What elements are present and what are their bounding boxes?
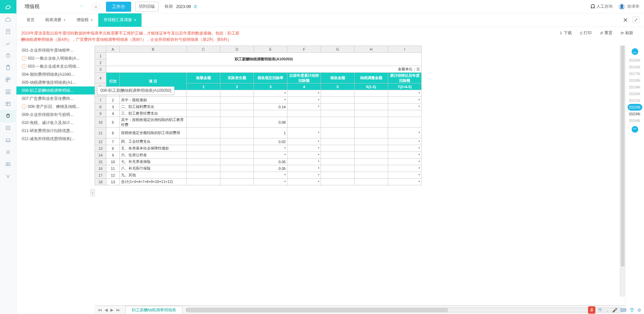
nav-inbox-icon[interactable] (0, 134, 16, 146)
nav-settings-icon[interactable] (0, 146, 16, 158)
cell[interactable] (321, 165, 355, 172)
consult-link[interactable]: 🎧 人工咨询 (590, 4, 612, 9)
year-item[interactable]: 2023年 (628, 111, 642, 117)
cell[interactable] (355, 110, 388, 117)
spreadsheet-grid[interactable]: ABCDEFGHI1职工薪酬纳税调整明细表(A105050)23金额单位：元4行… (95, 46, 422, 185)
ime-logo[interactable]: S (588, 306, 595, 314)
cell[interactable] (187, 152, 220, 159)
row-header[interactable]: 13 (95, 145, 106, 152)
col-header[interactable]: B (120, 46, 187, 53)
col-header[interactable]: D (220, 46, 254, 53)
worksheet-item[interactable]: 009-企业所得税弥补亏损明... (16, 111, 95, 119)
cell[interactable] (187, 159, 220, 165)
row-num[interactable]: 7 (106, 138, 120, 145)
nav-archive-icon[interactable] (0, 122, 16, 134)
cell[interactable] (187, 138, 220, 145)
nav-grid-icon[interactable] (0, 74, 16, 86)
row-header[interactable]: 12 (95, 138, 106, 145)
nav-clipboard-icon[interactable] (0, 62, 16, 74)
hdr[interactable]: 4 (287, 83, 321, 90)
cell[interactable]: * (388, 172, 422, 179)
nav-tax-icon[interactable] (0, 110, 16, 122)
user-menu[interactable]: 👤徐泽华 (619, 3, 639, 10)
nav-chart-icon[interactable] (0, 38, 16, 50)
row-label[interactable]: 九、其他 (120, 172, 187, 179)
col-header[interactable]: F (287, 46, 321, 53)
cell[interactable]: * (254, 152, 287, 159)
row-label[interactable]: 七、补充养老保险 (120, 159, 187, 165)
cell[interactable] (355, 145, 388, 152)
row-num[interactable]: 4 (106, 110, 120, 117)
cell[interactable]: * (388, 165, 422, 172)
row-label[interactable]: 三、职工教育经费支出 (120, 110, 187, 117)
row-label[interactable]: 合计(1+3+4+7+8+9+10+11+12) (120, 179, 187, 185)
cell[interactable] (321, 97, 355, 104)
cell[interactable] (220, 145, 254, 152)
row-num[interactable]: 10 (106, 159, 120, 165)
cell[interactable] (355, 128, 388, 138)
row-header[interactable]: 1 (95, 53, 106, 59)
cell[interactable] (321, 90, 355, 97)
sheet-tab[interactable]: 职工薪酬纳税调整明细表 (125, 306, 182, 314)
hdr[interactable]: 账载金额 (187, 73, 220, 83)
cell[interactable] (355, 152, 388, 159)
worksheet-item[interactable]: 010-免税、减计收入及加计... (16, 119, 95, 127)
close-icon[interactable]: × (134, 18, 136, 22)
vertical-scrollbar[interactable] (620, 46, 625, 297)
row-header[interactable]: 10 (95, 117, 106, 128)
worksheet-item[interactable]: 001-企业所得税年度纳税申... (16, 46, 95, 54)
logo[interactable] (0, 0, 16, 13)
hdr[interactable]: 6(1-5) (355, 83, 388, 90)
row-num[interactable]: 5 (106, 117, 120, 128)
tab-income[interactable]: 所得税汇算清缴× (98, 13, 142, 27)
row-num[interactable]: 8 (106, 145, 120, 152)
cell[interactable] (187, 90, 220, 97)
download-button[interactable]: ⇩下载 (559, 30, 572, 36)
cell[interactable]: * (287, 138, 321, 145)
hdr[interactable]: 2 (220, 83, 254, 90)
cell[interactable] (321, 172, 355, 179)
cell[interactable]: * (388, 145, 422, 152)
cell[interactable]: * (254, 145, 287, 152)
row-label[interactable]: 二、职工福利费支出 (120, 104, 187, 110)
horizontal-scrollbar[interactable]: ⁞ (186, 308, 622, 312)
cell[interactable] (254, 110, 287, 117)
hdr[interactable]: 实际发生额 (220, 73, 254, 83)
row-label[interactable]: 六、住房公积金 (120, 152, 187, 159)
hdr[interactable]: 以前年度累计结转扣除额 (287, 73, 321, 83)
cell[interactable]: * (254, 90, 287, 97)
close-all-icon[interactable]: ✕ (623, 16, 628, 24)
close-icon[interactable]: × (63, 18, 66, 22)
cell[interactable] (220, 179, 254, 185)
col-header[interactable]: H (355, 46, 388, 53)
ime-mic-icon[interactable]: 🎤 (612, 308, 618, 313)
row-header[interactable]: 9 (95, 110, 106, 117)
col-header[interactable]: A (106, 46, 120, 53)
cell[interactable] (355, 90, 388, 97)
cell[interactable] (355, 97, 388, 104)
nav-video-icon[interactable] (0, 158, 16, 170)
cell[interactable]: * (287, 145, 321, 152)
cell[interactable]: * (287, 172, 321, 179)
nav-yuan-icon[interactable] (0, 86, 16, 98)
hdr[interactable]: 纳税调整金额 (355, 73, 388, 83)
period-value[interactable]: 2023-09 (176, 4, 191, 9)
row-num[interactable]: 11 (106, 165, 120, 172)
cell[interactable]: * (388, 104, 422, 110)
worksheet-item[interactable]: 011-研发费用加计扣除优惠... (16, 127, 95, 135)
cell[interactable]: * (287, 152, 321, 159)
calendar-icon[interactable]: 🗓 (194, 4, 198, 9)
cell[interactable]: * (388, 90, 422, 97)
row-header[interactable]: 11 (95, 128, 106, 138)
worksheet-item[interactable]: !003-一般企业成本支出明细... (16, 62, 95, 70)
col-header[interactable]: G (321, 46, 355, 53)
nav-v-icon[interactable] (0, 170, 16, 182)
cell[interactable] (187, 172, 220, 179)
cell[interactable] (355, 104, 388, 110)
cell[interactable]: * (287, 90, 321, 97)
cell[interactable] (355, 138, 388, 145)
row-header[interactable]: 3 (95, 66, 106, 73)
hdr[interactable]: 7(2+4-5) (388, 83, 422, 90)
row-header[interactable]: 16 (95, 165, 106, 172)
cell[interactable] (220, 104, 254, 110)
